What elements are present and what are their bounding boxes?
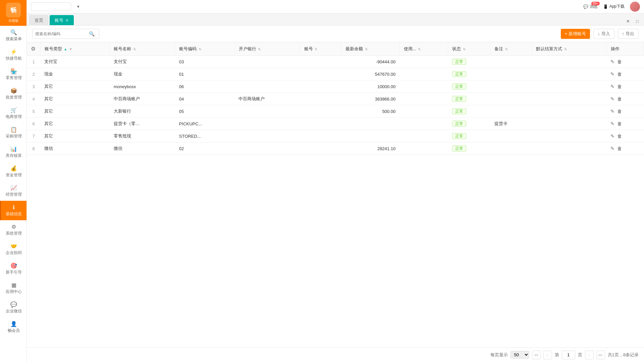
row-settlement xyxy=(532,93,606,105)
sidebar-item-system[interactable]: ⚙ 系统管理 xyxy=(0,220,26,240)
row-balance xyxy=(341,118,399,130)
edit-button[interactable]: ✎ xyxy=(610,96,614,102)
col-account[interactable]: 账号 ⇅ xyxy=(300,42,341,56)
delete-button[interactable]: 🗑 xyxy=(617,146,622,151)
next-page-btn[interactable]: › xyxy=(585,351,594,359)
sidebar-item-search[interactable]: 🔍 搜索菜单 xyxy=(0,26,26,45)
row-balance: 10000.00 xyxy=(341,80,399,93)
sidebar-item-inventory[interactable]: 📊 库存核算 xyxy=(0,142,26,162)
edit-button[interactable]: ✎ xyxy=(610,109,614,114)
row-type: 其它 xyxy=(40,93,110,105)
sidebar-item-wholesale[interactable]: 📦 批发管理 xyxy=(0,84,26,104)
col-default-settlement[interactable]: 默认结算方式 ⇅ xyxy=(532,42,606,56)
row-code: PICKUPC... xyxy=(175,118,234,130)
sidebar-item-label: 经营管理 xyxy=(6,192,22,197)
row-code: 06 xyxy=(175,80,234,93)
col-actions-label: 操作 xyxy=(611,46,620,51)
row-usage xyxy=(399,68,448,80)
prev-page-btn[interactable]: ‹ xyxy=(543,351,552,359)
row-balance: -90444.00 xyxy=(341,56,399,68)
sidebar-item-appcenter[interactable]: ▦ 应用中心 xyxy=(0,279,26,298)
col-status-label: 状态 xyxy=(452,46,461,51)
sidebar-item-guide[interactable]: 🎯 新手引导 xyxy=(0,259,26,279)
tab-minimize-btn[interactable]: ✕ xyxy=(624,17,632,25)
row-name: 支付宝 xyxy=(110,56,175,68)
sidebar-item-label: 采购管理 xyxy=(6,133,22,139)
col-name[interactable]: 账号名称 ⇅ xyxy=(110,42,175,56)
sidebar-item-collab[interactable]: 🤝 企业协同 xyxy=(0,240,26,259)
col-settings[interactable]: ⚙ xyxy=(27,42,40,56)
sidebar-item-finance[interactable]: 💰 资金管理 xyxy=(0,162,26,181)
add-account-button[interactable]: + 新增账号 xyxy=(561,29,590,39)
delete-button[interactable]: 🗑 xyxy=(617,59,622,64)
tab-home[interactable]: 首页 xyxy=(30,15,48,25)
app-logo[interactable]: 畅 乐惠版 xyxy=(0,0,26,26)
col-status[interactable]: 状态 ⇅ xyxy=(448,42,490,56)
sidebar-item-operations[interactable]: 📈 经营管理 xyxy=(0,181,26,201)
sort-up-icon: ▲ xyxy=(64,47,67,51)
row-num: 8 xyxy=(27,142,40,155)
first-page-btn[interactable]: ⏮ xyxy=(532,351,541,359)
col-bank[interactable]: 开户银行 ⇅ xyxy=(234,42,300,56)
col-remark[interactable]: 备注 ⇅ xyxy=(490,42,532,56)
col-type-label: 账号类型 xyxy=(45,46,62,51)
delete-button[interactable]: 🗑 xyxy=(617,133,622,139)
sidebar-item-quicknav[interactable]: ⚡ 快捷导航 xyxy=(0,45,26,65)
delete-button[interactable]: 🗑 xyxy=(617,71,622,77)
col-usage[interactable]: 使用... ⇅ xyxy=(399,42,448,56)
col-code[interactable]: 账号编码 ⇅ xyxy=(175,42,234,56)
sidebar-item-label: 企业微信 xyxy=(6,308,22,314)
col-balance[interactable]: 最新余额 ⇅ xyxy=(341,42,399,56)
search-button[interactable]: 🔍 xyxy=(89,31,95,37)
sidebar: 畅 乐惠版 🔍 搜索菜单 ⚡ 快捷导航 🏪 零售管理 📦 批发管理 🛒 电商管理… xyxy=(0,0,27,362)
sidebar-item-ecommerce[interactable]: 🛒 电商管理 xyxy=(0,104,26,123)
delete-button[interactable]: 🗑 xyxy=(617,109,622,114)
sort-icon: ⇅ xyxy=(133,47,136,51)
operations-icon: 📈 xyxy=(10,185,17,191)
edit-button[interactable]: ✎ xyxy=(610,59,614,64)
delete-button[interactable]: 🗑 xyxy=(617,96,622,102)
import-button[interactable]: ↓ 导入 xyxy=(593,29,614,39)
search-input[interactable] xyxy=(35,32,89,36)
export-button[interactable]: ↑ 导出 xyxy=(618,29,639,39)
app-download-btn[interactable]: 📱 App下载 xyxy=(603,4,625,9)
tab-close-icon[interactable]: ✕ xyxy=(65,18,69,23)
sidebar-item-retail[interactable]: 🏪 零售管理 xyxy=(0,65,26,84)
row-name: 提货卡（零… xyxy=(110,118,175,130)
last-page-btn[interactable]: ⏭ xyxy=(596,351,605,359)
search-icon: 🔍 xyxy=(10,29,17,36)
wholesale-icon: 📦 xyxy=(10,87,17,94)
topbar-search-input[interactable] xyxy=(31,2,71,11)
edit-button[interactable]: ✎ xyxy=(610,146,614,151)
page-input[interactable] xyxy=(562,351,575,359)
sidebar-item-member[interactable]: 👤 畅会员 xyxy=(0,317,26,337)
topbar-dropdown-btn[interactable]: ▾ xyxy=(74,2,83,11)
tab-maximize-btn[interactable]: □ xyxy=(633,17,641,25)
sidebar-item-label: 资金管理 xyxy=(6,172,22,178)
message-btn[interactable]: 💬 消息 99+ xyxy=(583,4,598,9)
sidebar-item-label: 畅会员 xyxy=(8,328,20,334)
delete-button[interactable]: 🗑 xyxy=(617,121,622,126)
row-status: 正常 xyxy=(448,93,490,105)
import-icon: ↓ xyxy=(598,31,600,36)
edit-button[interactable]: ✎ xyxy=(610,121,614,126)
delete-button[interactable]: 🗑 xyxy=(617,84,622,89)
tab-account[interactable]: 账号 ✕ xyxy=(50,15,74,25)
edit-button[interactable]: ✎ xyxy=(610,84,614,89)
row-code: STORED... xyxy=(175,130,234,142)
sidebar-item-purchase[interactable]: 📋 采购管理 xyxy=(0,123,26,142)
col-type[interactable]: 账号类型 ▲ ▼ xyxy=(40,42,110,56)
col-code-label: 账号编码 xyxy=(179,46,197,51)
sidebar-item-label: 库存核算 xyxy=(6,153,22,159)
edit-button[interactable]: ✎ xyxy=(610,71,614,77)
user-avatar[interactable] xyxy=(630,2,640,12)
row-status: 正常 xyxy=(448,142,490,155)
row-bank: 中百商场账户 xyxy=(234,93,300,105)
sidebar-item-wechat-work[interactable]: 💬 企业微信 xyxy=(0,298,26,317)
sidebar-item-basicinfo[interactable]: ℹ 基础信息 xyxy=(0,201,26,220)
export-icon: ↑ xyxy=(622,31,625,36)
row-num: 7 xyxy=(27,130,40,142)
page-size-select[interactable]: 50 100 200 xyxy=(511,351,529,359)
edit-button[interactable]: ✎ xyxy=(610,133,614,139)
row-name: 现金 xyxy=(110,68,175,80)
